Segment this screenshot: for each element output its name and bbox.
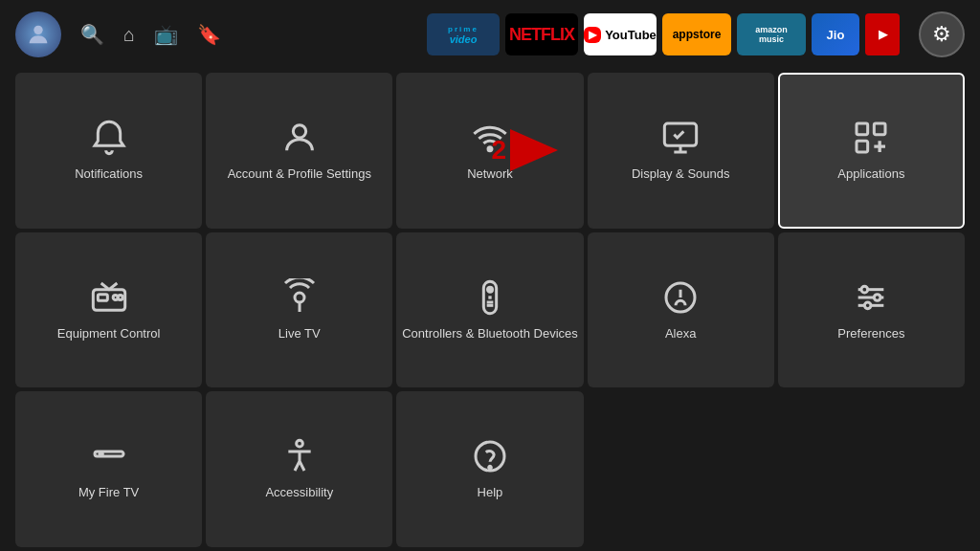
antenna-icon [280, 278, 319, 317]
bookmark-icon[interactable]: 🔖 [197, 23, 221, 46]
youtube-tile[interactable]: ▶ YouTube [584, 13, 657, 55]
alexa-icon [661, 278, 700, 317]
person-icon [280, 119, 319, 157]
amazon-music-tile[interactable]: amazon music [737, 13, 806, 55]
more-tile[interactable]: ▶ [865, 13, 900, 55]
search-icon[interactable]: 🔍 [80, 23, 104, 46]
svg-point-11 [295, 293, 304, 302]
accessibility-icon [280, 437, 319, 475]
appstore-tile[interactable]: appstore [662, 13, 731, 55]
help-label: Help [478, 485, 503, 501]
svg-point-13 [487, 287, 492, 292]
live-tv-tile[interactable]: Live TV [206, 232, 392, 388]
more-icon: ▶ [879, 28, 887, 41]
notifications-label: Notifications [75, 166, 143, 183]
svg-point-23 [865, 302, 872, 309]
app-tiles: prime video NETFLIX ▶ YouTube appstore a… [427, 13, 900, 55]
jio-tile[interactable]: Jio [812, 13, 859, 55]
sliders-icon [852, 278, 890, 317]
settings-grid: Notifications Account & Profile Settings… [0, 69, 980, 551]
amazon-music-label: amazon music [746, 25, 796, 44]
svg-point-21 [861, 286, 868, 293]
help-tile[interactable]: Help [396, 391, 583, 547]
applications-tile[interactable]: Applications [778, 73, 965, 229]
display-sounds-label: Display & Sounds [632, 166, 730, 183]
svg-rect-5 [875, 123, 886, 135]
svg-rect-6 [857, 141, 868, 152]
alexa-tile[interactable]: Alexa [588, 232, 774, 388]
notifications-tile[interactable]: Notifications [15, 73, 202, 229]
tv-icon[interactable]: 📺 [154, 23, 178, 46]
svg-point-25 [100, 452, 102, 455]
svg-point-22 [875, 294, 881, 300]
my-fire-tv-tile[interactable]: My Fire TV [15, 391, 202, 547]
wifi-icon [471, 119, 509, 157]
svg-point-28 [489, 467, 492, 470]
tv-control-icon [90, 278, 128, 317]
svg-point-1 [293, 125, 305, 138]
bell-icon [90, 119, 128, 157]
account-profile-label: Account & Profile Settings [228, 166, 371, 183]
top-bar: 🔍 ⌂ 📺 🔖 prime video NETFLIX ▶ YouTube ap… [0, 0, 980, 69]
accessibility-tile[interactable]: Accessibility [206, 391, 392, 547]
apps-icon [852, 119, 890, 157]
accessibility-label: Accessibility [265, 485, 333, 501]
gear-icon: ⚙ [932, 22, 951, 47]
controllers-bluetooth-label: Controllers & Bluetooth Devices [402, 326, 578, 342]
firetv-icon [90, 437, 128, 475]
svg-point-2 [488, 147, 492, 151]
avatar-icon [25, 21, 52, 48]
network-label: Network [467, 166, 513, 183]
network-tile[interactable]: Network [396, 73, 583, 229]
equipment-control-tile[interactable]: Equipment Control [15, 232, 202, 388]
help-icon [471, 437, 509, 475]
netflix-label: NETFLIX [509, 25, 574, 45]
jio-label: Jio [827, 28, 845, 42]
my-fire-tv-label: My Fire TV [78, 485, 139, 501]
display-icon [661, 119, 700, 157]
applications-label: Applications [837, 166, 904, 183]
empty-cell-1 [588, 391, 774, 547]
preferences-label: Preferences [837, 326, 904, 342]
controllers-bluetooth-tile[interactable]: Controllers & Bluetooth Devices [396, 232, 583, 388]
alexa-label: Alexa [665, 326, 697, 342]
youtube-label: YouTube [605, 28, 657, 42]
preferences-tile[interactable]: Preferences [778, 232, 965, 388]
equipment-control-label: Equipment Control [57, 326, 161, 342]
display-sounds-tile[interactable]: Display & Sounds 2 [588, 73, 774, 229]
youtube-play-icon: ▶ [584, 27, 601, 43]
remote-icon [471, 278, 509, 317]
avatar[interactable] [15, 11, 61, 57]
svg-point-0 [33, 26, 42, 34]
netflix-tile[interactable]: NETFLIX [505, 13, 578, 55]
svg-point-10 [118, 295, 122, 299]
settings-gear-button[interactable]: ⚙ [919, 11, 965, 57]
nav-icons: 🔍 ⌂ 📺 🔖 [80, 23, 221, 46]
svg-rect-8 [98, 294, 107, 300]
empty-cell-2 [778, 391, 965, 547]
home-icon[interactable]: ⌂ [123, 24, 135, 46]
account-profile-tile[interactable]: Account & Profile Settings [206, 73, 392, 229]
svg-point-26 [296, 441, 302, 448]
appstore-label: appstore [673, 28, 722, 41]
svg-rect-4 [857, 123, 868, 135]
live-tv-label: Live TV [278, 326, 321, 342]
prime-video-tile[interactable]: prime video [427, 13, 500, 55]
